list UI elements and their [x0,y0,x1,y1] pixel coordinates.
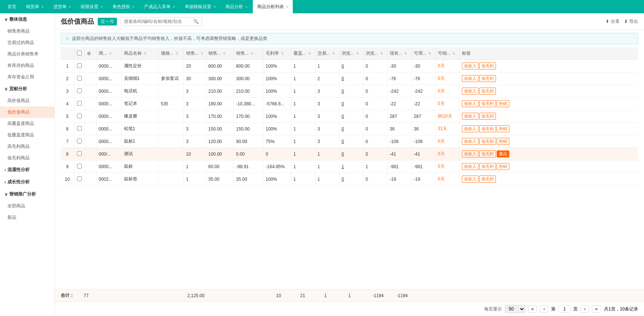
row-tag: 低收入 [462,100,479,107]
close-icon[interactable]: × [173,5,175,9]
cell-browse1: 1 [339,160,363,173]
sidebar-group-liquidity[interactable]: › 流通性分析 [0,164,54,176]
sidebar-item-traded-products[interactable]: 交易过的商品 [0,37,54,48]
col-sale-qty[interactable]: 销售... ⇅ [184,47,206,60]
nav-purchase-order[interactable]: 进货单 × [49,0,76,13]
col-sale-amount[interactable]: 销售... ⇅ [234,47,263,60]
nav-product-analysis-list[interactable]: 商品分析列表 × [253,0,293,13]
close-icon[interactable]: × [101,5,103,9]
nav-role-auth[interactable]: 角色授权 × [108,0,139,13]
row-checkbox[interactable] [77,139,82,143]
close-icon[interactable]: × [245,5,248,9]
sidebar-group-marketing[interactable]: ∨ 营销推广分析 [0,188,54,200]
col-trade[interactable]: 交易... ⇅ [315,47,339,60]
close-icon[interactable]: × [214,5,216,9]
search-input[interactable] [124,19,192,24]
close-icon[interactable]: × [69,5,71,9]
nav-template-settings[interactable]: 单据模板设置 × [180,0,220,13]
browse-link[interactable]: 0 [342,126,344,132]
last-page-button[interactable]: » [592,305,601,313]
col-current[interactable]: 现有... ⇅ [387,47,411,60]
search-icon[interactable]: 🔍 [193,19,199,24]
row-checkbox[interactable] [77,164,82,169]
col-code[interactable]: 商... ⇅ [96,47,121,60]
row-checkbox[interactable] [77,176,82,181]
row-checkbox[interactable] [77,88,82,93]
sidebar-item-low-value[interactable]: 低价值商品 [0,106,54,118]
close-icon[interactable]: × [286,5,288,9]
col-settings[interactable]: ⚙ [84,47,96,60]
sidebar-item-high-value[interactable]: 高价值商品 [0,95,54,106]
cell-code: 0000... [96,60,121,72]
col-browse1[interactable]: 浏览... ⇅ [339,47,363,60]
browse-link[interactable]: 0 [342,101,344,106]
row-checkbox[interactable] [77,63,82,68]
row-checkbox[interactable] [77,151,82,156]
cell-settings [84,60,96,72]
browse-link[interactable]: 0 [342,114,344,119]
cell-tags: 低收入低毛利 [459,85,638,98]
col-cover[interactable]: 覆盖... ⇅ [291,47,315,60]
col-tags[interactable]: 标签 [459,47,638,60]
sidebar-item-sales-products[interactable]: 销售类商品 [0,26,54,37]
export-button[interactable]: ⬇ 导出 [624,18,638,25]
sidebar-group-overall[interactable]: ∨ 整体信息 [0,13,54,26]
cell-name: 吴细细1 [121,72,158,85]
filter-badge[interactable]: 近一月 [98,18,117,26]
browse-link[interactable]: 0 [342,64,344,69]
next-page-button[interactable]: › [581,305,589,313]
nav-product-analysis[interactable]: 商品分析 × [221,0,252,13]
sidebar-item-all-products[interactable]: 全部商品 [0,200,54,212]
col-name[interactable]: 商品名称 ⇅ [121,47,158,60]
sidebar-item-new-products[interactable]: 新品 [0,212,54,223]
row-checkbox[interactable] [77,76,82,81]
row-checkbox[interactable] [77,101,82,106]
cell-sellable-days: 0天 [435,173,459,186]
first-page-button[interactable]: « [528,305,537,313]
browse-link[interactable]: 1 [342,164,344,169]
select-all-checkbox[interactable] [77,51,82,55]
browse-link[interactable]: 0 [342,76,344,81]
cell-tags: 低收入低毛利热销 [459,123,638,135]
page-input[interactable] [559,305,570,313]
browse-link[interactable]: 0 [342,152,344,157]
col-available[interactable]: 可用... ⇅ [411,47,435,60]
cell-current: -242 [387,85,411,98]
sidebar-item-low-coverage[interactable]: 低覆盖度商品 [0,129,54,141]
sidebar-item-inventory-capital[interactable]: 库存资金占用 [0,71,54,83]
col-gross-rate[interactable]: 毛利率 ⇅ [263,47,291,60]
page-size-select[interactable]: 50 100 [505,305,525,313]
cell-available: -41 [411,148,435,160]
sidebar-group-growth[interactable]: › 成长性分析 [0,176,54,188]
row-checkbox[interactable] [77,126,82,131]
col-sale-price[interactable]: 销售... ⇅ [206,47,234,60]
share-button[interactable]: ⬆ 分享 [606,18,620,25]
col-sellable[interactable]: 可销... ⇅ [435,47,459,60]
cell-check [74,85,84,98]
sidebar-item-high-coverage[interactable]: 高覆盖度商品 [0,118,54,129]
close-icon[interactable]: × [41,5,44,9]
nav-sales-order[interactable]: 销货单 × [21,0,48,13]
sidebar-item-low-profit[interactable]: 低毛利商品 [0,152,54,164]
browse-link[interactable]: 0 [342,177,344,182]
nav-product-in[interactable]: 产成品入库单 × [140,0,180,13]
cell-browse1: 0 [339,98,363,110]
cell-sale-amount: 800.00 [234,60,263,72]
col-browse2[interactable]: 浏览... ⇅ [363,47,387,60]
sidebar-item-category-sales-rate[interactable]: 商品分类销售率 [0,48,54,60]
close-icon[interactable]: × [133,5,135,9]
sidebar-item-high-profit[interactable]: 高毛利商品 [0,141,54,152]
cell-sellable-days: 31天 [435,123,459,135]
nav-home[interactable]: 首页 [3,0,21,13]
row-checkbox[interactable] [77,113,82,118]
col-spec[interactable]: 规格... ⇅ [158,47,184,60]
sidebar-group-contribution[interactable]: ∨ 贡献分析 [0,83,54,95]
browse-link[interactable]: 0 [342,89,344,94]
nav-permission-settings[interactable]: 权限设置 × [76,0,107,13]
sidebar-item-in-stock[interactable]: 有库存的商品 [0,60,54,71]
browse-link[interactable]: 0 [342,139,344,144]
cell-spec [158,135,184,148]
prev-page-button[interactable]: ‹ [540,305,548,313]
cell-trade: 1 [315,60,339,72]
cell-tags: 低收入低毛利热销 [459,135,638,148]
